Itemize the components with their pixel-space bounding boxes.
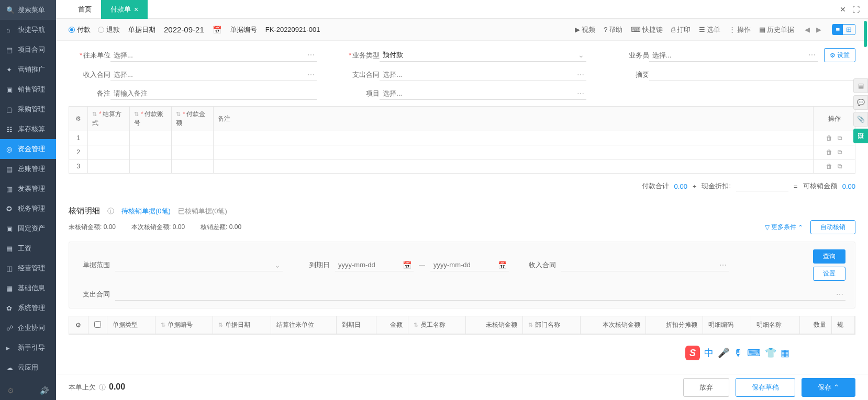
- delete-icon[interactable]: 🗑: [826, 163, 832, 170]
- sidebar-item-purchase[interactable]: ▢采购管理: [0, 99, 56, 119]
- more-filter-link[interactable]: ▽更多条件⌃: [765, 223, 803, 232]
- sidebar-item-search[interactable]: 🔍搜索菜单: [0, 0, 56, 20]
- settings-icon[interactable]: ⚙: [7, 386, 14, 395]
- more-icon[interactable]: ⋯: [305, 51, 317, 59]
- vertical-scrollbar[interactable]: [864, 21, 867, 47]
- project-input[interactable]: [380, 87, 574, 99]
- income-contract-input[interactable]: [110, 68, 305, 81]
- sidebar-item-ledger[interactable]: ▤总账管理: [0, 159, 56, 179]
- view-list-icon[interactable]: ≡: [832, 25, 843, 35]
- sidebar-item-salary[interactable]: ▤工资: [0, 238, 56, 258]
- table-row[interactable]: 3🗑⧉: [69, 159, 855, 174]
- gear-icon[interactable]: ⚙: [75, 115, 81, 122]
- tab-home[interactable]: 首页: [69, 0, 101, 19]
- copy-icon[interactable]: ⧉: [838, 134, 842, 142]
- col-due[interactable]: 到期日: [342, 321, 361, 328]
- col-dept[interactable]: 部门名称: [535, 321, 560, 328]
- ops-link[interactable]: ⋮ 操作: [729, 25, 751, 35]
- nav-next-icon[interactable]: ▶: [814, 25, 824, 35]
- range-input[interactable]: [115, 259, 272, 271]
- ime-keyboard-icon[interactable]: ⌨: [747, 347, 761, 359]
- edge-tool-note-icon[interactable]: ▤: [853, 78, 868, 93]
- calendar-icon[interactable]: 📅: [213, 26, 221, 34]
- tab-payment[interactable]: 付款单×: [101, 0, 148, 19]
- settings-button[interactable]: ⚙ 设置: [824, 48, 855, 62]
- copy-icon[interactable]: ⧉: [838, 163, 842, 170]
- discount-input[interactable]: [736, 181, 788, 191]
- col-account[interactable]: 付款账号: [134, 110, 163, 127]
- tab-close-icon[interactable]: ✕: [840, 5, 846, 14]
- table-row[interactable]: 1🗑⧉: [69, 131, 855, 145]
- more-icon[interactable]: ⋯: [305, 71, 317, 79]
- col-amount[interactable]: 付款金额: [176, 110, 205, 127]
- sidebar-item-tax[interactable]: ✪税务管理: [0, 199, 56, 219]
- history-link[interactable]: ▤ 历史单据: [759, 25, 794, 35]
- pending-tab[interactable]: 待核销单据(0笔): [121, 207, 171, 216]
- close-icon[interactable]: ×: [134, 0, 138, 19]
- col-split[interactable]: 折扣分摊额: [666, 321, 697, 328]
- sidebar-item-system[interactable]: ✿系统管理: [0, 298, 56, 318]
- ime-zhong[interactable]: 中: [704, 347, 714, 359]
- table-row[interactable]: 2🗑⧉: [69, 145, 855, 159]
- chevron-down-icon[interactable]: ⌄: [576, 51, 586, 59]
- col-amount[interactable]: 金额: [390, 321, 403, 328]
- sidebar-item-fund[interactable]: ◎资金管理: [0, 139, 56, 159]
- edge-tool-chat-icon[interactable]: 💬: [853, 95, 868, 110]
- nav-prev-icon[interactable]: ◀: [803, 25, 812, 35]
- delete-icon[interactable]: 🗑: [826, 134, 832, 142]
- sidebar-item-basic[interactable]: ▦基础信息: [0, 278, 56, 298]
- col-unwrite[interactable]: 未核销金额: [486, 321, 517, 328]
- col-unit[interactable]: 结算往来单位: [276, 321, 314, 328]
- col-date[interactable]: 单据日期: [225, 321, 250, 328]
- sidebar-item-marketing[interactable]: ✦营销推广: [0, 60, 56, 79]
- print-link[interactable]: ⎙ 打印: [671, 25, 691, 35]
- shortcut-link[interactable]: ⌨ 快捷键: [631, 25, 663, 35]
- ime-voice-icon[interactable]: 🎤: [718, 347, 729, 359]
- delete-icon[interactable]: 🗑: [826, 148, 832, 156]
- copy-icon[interactable]: ⧉: [838, 148, 842, 156]
- more-icon[interactable]: ⋯: [834, 290, 845, 299]
- calendar-icon[interactable]: 📅: [400, 261, 414, 269]
- ime-mic-icon[interactable]: 🎙: [733, 348, 743, 359]
- expense-contract-input[interactable]: [380, 68, 574, 81]
- gear-icon[interactable]: ⚙: [75, 322, 81, 329]
- ime-shirt-icon[interactable]: 👕: [765, 347, 776, 359]
- radio-refund[interactable]: 退款: [98, 25, 120, 35]
- sidebar-item-invoice[interactable]: ▥发票管理: [0, 179, 56, 199]
- abandon-button[interactable]: 放弃: [683, 378, 729, 397]
- col-no[interactable]: 单据编号: [168, 321, 193, 328]
- sidebar-item-inventory[interactable]: ☷库存核算: [0, 119, 56, 139]
- save-draft-button[interactable]: 保存草稿: [736, 378, 795, 397]
- auto-writeoff-button[interactable]: 自动核销: [810, 220, 855, 234]
- select-link[interactable]: ☰ 选单: [699, 25, 720, 35]
- due-from-input[interactable]: [335, 259, 400, 271]
- radio-payment[interactable]: 付款: [69, 25, 91, 35]
- query-button[interactable]: 查询: [813, 249, 845, 264]
- calendar-icon[interactable]: 📅: [496, 261, 509, 269]
- ime-grid-icon[interactable]: ▦: [781, 347, 789, 359]
- col-staff[interactable]: 员工名称: [420, 321, 446, 328]
- col-code[interactable]: 明细编码: [708, 321, 733, 328]
- more-icon[interactable]: ⋯: [806, 51, 818, 59]
- remark-input[interactable]: [110, 87, 317, 99]
- view-grid-icon[interactable]: ⊞: [843, 25, 855, 35]
- sound-icon[interactable]: 🔊: [40, 386, 49, 395]
- due-to-input[interactable]: [430, 259, 496, 271]
- col-qty[interactable]: 数量: [814, 321, 826, 328]
- save-button[interactable]: 保存⌃: [802, 378, 855, 397]
- col-remark[interactable]: 备注: [218, 115, 230, 122]
- done-tab[interactable]: 已核销单据(0笔): [178, 207, 227, 216]
- salesman-input[interactable]: [649, 49, 806, 61]
- chevron-down-icon[interactable]: ⌄: [272, 261, 283, 269]
- col-spec[interactable]: 规: [837, 321, 843, 328]
- sidebar-item-asset[interactable]: ▣固定资产: [0, 219, 56, 238]
- info-icon[interactable]: ⓘ: [99, 383, 106, 392]
- help-link[interactable]: ? 帮助: [604, 25, 622, 35]
- fullscreen-icon[interactable]: ⛶: [852, 5, 860, 14]
- ime-logo-icon[interactable]: S: [685, 346, 700, 360]
- info-icon[interactable]: ⓘ: [107, 207, 114, 216]
- col-type[interactable]: 单据类型: [113, 321, 138, 328]
- sidebar-item-cloud[interactable]: ☁云应用: [0, 358, 56, 378]
- filter-settings-button[interactable]: 设置: [813, 267, 845, 281]
- customer-input[interactable]: [110, 49, 305, 61]
